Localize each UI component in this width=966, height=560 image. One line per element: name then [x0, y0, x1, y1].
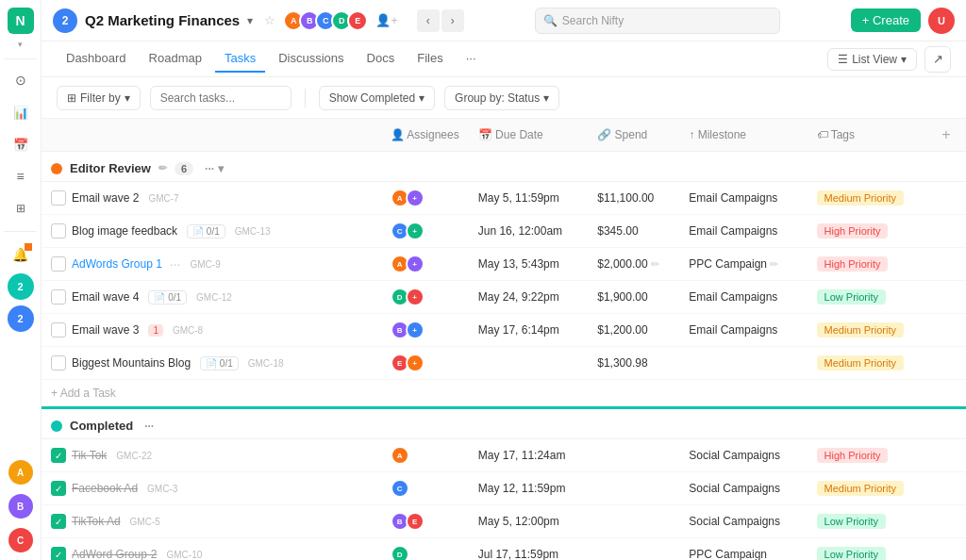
- tab-discussions[interactable]: Discussions: [269, 45, 353, 73]
- group-by-label: Group by: Status: [455, 91, 540, 105]
- spend-facebook: [588, 472, 679, 505]
- assignee-fb-1: C: [391, 479, 409, 498]
- task-cell-email-wave-3: Email wave 3 1 GMC-8: [42, 314, 381, 347]
- home-icon[interactable]: ⊙: [8, 67, 34, 93]
- task-checkbox-email-wave-2[interactable]: [51, 190, 66, 206]
- current-user-avatar[interactable]: U: [928, 8, 955, 34]
- member-avatars: A B C D E: [279, 10, 368, 31]
- add-task-cell[interactable]: + Add a Task: [42, 380, 966, 408]
- task-name-email-wave-3[interactable]: Email wave 3: [72, 323, 139, 337]
- due-facebook: May 12, 11:59pm: [469, 472, 588, 505]
- tab-files[interactable]: Files: [408, 45, 452, 73]
- grid-icon[interactable]: ⊞: [8, 195, 34, 222]
- task-name-blog-image[interactable]: Blog image feedback: [72, 224, 177, 238]
- tag-email-wave-2: Medium Priority: [808, 182, 926, 215]
- task-checkbox-email-wave-4[interactable]: [51, 289, 66, 305]
- row-extra-c4: [926, 538, 966, 561]
- fwd-btn[interactable]: ›: [441, 9, 464, 32]
- milestone-edit-icon[interactable]: ✏: [770, 258, 778, 270]
- create-button[interactable]: + Create: [851, 8, 921, 32]
- notification-icon[interactable]: 🔔: [8, 241, 34, 268]
- add-member-icon[interactable]: 👤+: [375, 13, 398, 27]
- assignee-ag2-1: D: [391, 545, 409, 560]
- task-cell-biggest-mountains: Biggest Mountains Blog 📄 0/1 GMC-18: [42, 347, 381, 380]
- user-avatar-2[interactable]: B: [8, 494, 33, 519]
- task-checkbox-blog-image[interactable]: [51, 223, 66, 239]
- group-more-icon[interactable]: ···: [205, 162, 214, 175]
- task-id-gmc-3: GMC-3: [147, 484, 177, 494]
- share-button[interactable]: ↗: [924, 46, 951, 73]
- assignee-tiktok: A: [381, 439, 469, 472]
- tag-badge-low-wave4: Low Priority: [817, 289, 886, 305]
- edit-icon-adwords[interactable]: ✏: [651, 258, 659, 270]
- toolbar: ⊞ Filter by ▾ Show Completed ▾ Group by:…: [42, 77, 966, 119]
- due-biggest-mountains: [469, 347, 588, 380]
- pencil-icon[interactable]: ✏: [158, 162, 167, 174]
- row-extra-c3: [926, 505, 966, 538]
- task-checkbox-tiktok-ad[interactable]: ✓: [51, 514, 66, 529]
- chevron-down-icon[interactable]: ▾: [18, 40, 23, 49]
- filter-button[interactable]: ⊞ Filter by ▾: [57, 86, 141, 110]
- tab-docs[interactable]: Docs: [358, 45, 405, 73]
- assignee-tt-1: A: [391, 446, 409, 465]
- task-name-facebook[interactable]: Facebook Ad: [72, 482, 138, 495]
- spend-email-wave-2: $11,100.00: [588, 182, 679, 215]
- task-checkbox-adwords-1[interactable]: [51, 256, 66, 272]
- due-adwords-1: May 13, 5:43pm: [469, 248, 588, 281]
- add-task-label[interactable]: + Add a Task: [51, 387, 116, 400]
- list-icon[interactable]: ≡: [8, 163, 34, 189]
- tab-tasks[interactable]: Tasks: [215, 45, 265, 73]
- teal-badge-icon[interactable]: 2: [8, 273, 34, 300]
- assignee-avatar-4: +: [406, 222, 425, 240]
- task-checkbox-adword-group2[interactable]: ✓: [51, 547, 66, 560]
- show-completed-button[interactable]: Show Completed ▾: [319, 86, 435, 110]
- chart-icon[interactable]: 📊: [8, 99, 34, 125]
- task-name-email-wave-4[interactable]: Email wave 4: [72, 290, 139, 304]
- group-header-cell: Editor Review ✏ 6 ··· ▾: [42, 152, 966, 182]
- blue-badge-icon[interactable]: 2: [8, 305, 34, 332]
- row-extra-3: [926, 248, 966, 281]
- search-tasks-input[interactable]: [150, 86, 291, 110]
- tab-dashboard[interactable]: Dashboard: [57, 45, 136, 73]
- task-checkbox-tiktok[interactable]: ✓: [51, 448, 66, 463]
- tab-roadmap[interactable]: Roadmap: [140, 45, 211, 73]
- star-icon[interactable]: ☆: [264, 13, 275, 27]
- adwords-more-icon[interactable]: ···: [170, 256, 181, 272]
- user-avatar-3[interactable]: C: [8, 528, 33, 552]
- task-id-gmc-22: GMC-22: [116, 451, 152, 461]
- table-header-row: 👤 Assignees 📅 Due Date 🔗 Spend ↑ Milesto…: [42, 119, 966, 152]
- tab-more[interactable]: ···: [457, 45, 486, 73]
- table-row: AdWords Group 1 ··· GMC-9 A + May 13, 5:: [42, 248, 966, 281]
- col-header-add: +: [926, 119, 966, 152]
- task-name-tiktok[interactable]: Tik Tok: [72, 449, 107, 462]
- task-name-email-wave-2[interactable]: Email wave 2: [72, 191, 139, 205]
- task-checkbox-biggest-mountains[interactable]: [51, 355, 66, 371]
- milestone-adword-group2: PPC Campaign: [679, 538, 807, 561]
- due-email-wave-3: May 17, 6:14pm: [469, 314, 588, 347]
- row-extra-c2: [926, 472, 966, 505]
- tag-email-wave-3: Medium Priority: [808, 314, 926, 347]
- task-name-adword-group2[interactable]: AdWord Group-2: [72, 548, 158, 560]
- sidebar: N ▾ ⊙ 📊 📅 ≡ ⊞ 🔔 2 2 A B C: [0, 0, 42, 560]
- milestone-tiktok-ad: Social Campaigns: [679, 505, 807, 538]
- user-avatar-1[interactable]: A: [8, 460, 33, 485]
- group-header-editor-review: Editor Review ✏ 6 ··· ▾: [42, 152, 966, 182]
- spend-email-wave-4: $1,900.00: [588, 281, 679, 314]
- task-name-biggest-mountains[interactable]: Biggest Mountains Blog: [72, 356, 191, 370]
- calendar-icon[interactable]: 📅: [8, 131, 34, 157]
- task-checkbox-email-wave-3[interactable]: [51, 322, 66, 338]
- group-by-button[interactable]: Group by: Status ▾: [444, 86, 559, 110]
- back-btn[interactable]: ‹: [417, 9, 440, 32]
- add-column-btn[interactable]: +: [936, 124, 957, 145]
- add-task-row: + Add a Task: [42, 380, 966, 408]
- list-view-btn[interactable]: ☰ List View ▾: [827, 48, 917, 71]
- group-expand-icon[interactable]: ▾: [218, 162, 224, 175]
- tag-badge-medium-wave3: Medium Priority: [817, 322, 904, 338]
- completed-more-icon[interactable]: ···: [144, 420, 154, 433]
- task-name-tiktok-ad[interactable]: TikTok Ad: [72, 515, 121, 528]
- project-chevron-icon[interactable]: ▾: [247, 14, 253, 27]
- nifty-logo-icon[interactable]: N: [8, 8, 34, 34]
- task-name-adwords-1[interactable]: AdWords Group 1: [72, 257, 162, 271]
- global-search-bar[interactable]: 🔍 Search Nifty: [535, 8, 780, 34]
- task-checkbox-facebook[interactable]: ✓: [51, 481, 66, 496]
